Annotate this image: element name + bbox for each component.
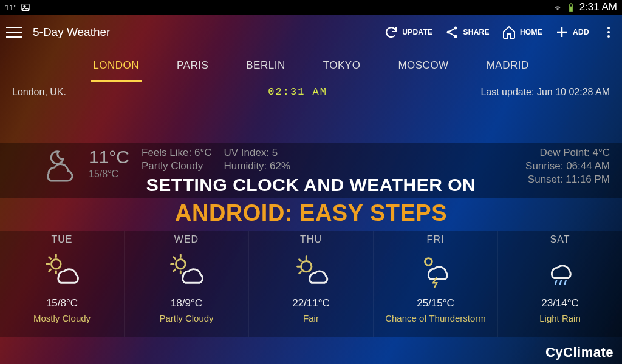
forecast-day[interactable]: THU22/11°CFair — [248, 231, 373, 337]
forecast-temp: 25/15°C — [417, 297, 454, 309]
svg-point-14 — [176, 260, 186, 269]
forecast-temp: 22/11°C — [292, 297, 330, 309]
menu-icon[interactable] — [6, 27, 22, 38]
location-label: London, UK. — [12, 87, 66, 98]
dew-point: Dew Point: 4°C — [525, 147, 610, 159]
svg-line-23 — [299, 260, 301, 261]
tab-madrid[interactable]: MADRID — [484, 59, 531, 82]
forecast-condition: Fair — [301, 313, 321, 323]
forecast-day[interactable]: WED18/9°CPartly Cloudy — [124, 231, 248, 337]
storm-icon — [417, 249, 454, 291]
share-button[interactable]: SHARE — [445, 25, 490, 39]
forecast-day[interactable]: SAT23/14°CLight Rain — [497, 231, 622, 337]
forecast-temp: 18/9°C — [171, 297, 202, 309]
forecast-day-label: SAT — [550, 234, 570, 245]
forecast-day-label: FRI — [427, 234, 445, 245]
humidity: Humidity: 62% — [224, 160, 291, 172]
headline-line2: ANDROID: EASY STEPS — [0, 200, 622, 226]
svg-line-24 — [299, 272, 301, 274]
refresh-icon — [384, 25, 398, 39]
image-icon — [21, 2, 30, 12]
plus-icon — [555, 25, 569, 39]
tab-berlin[interactable]: BERLIN — [244, 59, 287, 82]
status-time: 2:31 AM — [579, 1, 617, 13]
battery-icon — [566, 2, 576, 12]
forecast-day[interactable]: TUE15/8°CMostly Cloudy — [0, 231, 124, 337]
svg-line-13 — [49, 269, 51, 271]
svg-line-18 — [174, 257, 176, 259]
headline-overlay: SETTING CLOCK AND WEATHER ON ANDROID: EA… — [0, 175, 622, 226]
sunrise: Sunrise: 06:44 AM — [525, 160, 610, 172]
tab-moscow[interactable]: MOSCOW — [395, 59, 451, 82]
tab-london[interactable]: LONDON — [91, 59, 142, 82]
home-icon — [502, 25, 516, 39]
svg-point-1 — [24, 6, 25, 7]
svg-rect-4 — [570, 7, 572, 11]
overflow-menu-button[interactable] — [601, 25, 616, 39]
digital-clock: 02:31 AM — [268, 86, 327, 98]
rain-icon — [541, 249, 579, 291]
partly-icon — [168, 249, 205, 291]
brand-watermark: CyClimate — [545, 345, 613, 360]
update-button[interactable]: UPDATE — [384, 25, 432, 39]
fair-icon — [292, 249, 330, 291]
status-temp: 11° — [5, 3, 17, 12]
svg-point-8 — [52, 260, 61, 269]
svg-line-27 — [560, 280, 561, 284]
svg-line-12 — [49, 257, 51, 259]
add-button[interactable]: ADD — [555, 25, 589, 39]
forecast-day-label: WED — [174, 234, 199, 245]
partly-icon — [43, 249, 81, 291]
forecast-day[interactable]: FRI25/15°CChance of Thunderstorm — [373, 231, 497, 337]
condition-text: Partly Cloudy — [142, 160, 211, 172]
app-bar: 5-Day Weather UPDATE SHARE HOME ADD — [0, 15, 622, 50]
feels-like: Feels Like: 6°C — [142, 147, 211, 159]
forecast-condition: Partly Cloudy — [157, 313, 216, 323]
headline-line1: SETTING CLOCK AND WEATHER ON — [0, 175, 622, 195]
forecast-condition: Chance of Thunderstorm — [383, 313, 488, 323]
current-temp: 11°C — [89, 147, 129, 167]
forecast-condition: Mostly Cloudy — [31, 313, 93, 323]
forecast-row: TUE15/8°CMostly CloudyWED18/9°CPartly Cl… — [0, 231, 622, 337]
forecast-temp: 23/14°C — [541, 297, 579, 309]
svg-line-26 — [555, 280, 556, 284]
status-bar: 11° 2:31 AM — [0, 0, 622, 15]
info-row: London, UK. 02:31 AM Last update: Jun 10… — [0, 86, 622, 98]
share-icon — [445, 25, 459, 39]
forecast-temp: 15/8°C — [46, 297, 78, 309]
home-button[interactable]: HOME — [502, 25, 542, 39]
svg-line-28 — [565, 280, 566, 284]
tab-paris[interactable]: PARIS — [174, 59, 211, 82]
city-tabs: LONDONPARISBERLINTOKYOMOSCOWMADRID — [0, 59, 622, 82]
svg-line-19 — [174, 269, 176, 271]
svg-point-20 — [301, 261, 312, 271]
wifi-icon — [553, 2, 562, 12]
tab-tokyo[interactable]: TOKYO — [321, 59, 363, 82]
forecast-day-label: THU — [300, 234, 322, 245]
forecast-day-label: TUE — [52, 234, 73, 245]
last-update-label: Last update: Jun 10 02:28 AM — [480, 87, 610, 98]
forecast-condition: Light Rain — [537, 313, 583, 323]
svg-point-25 — [425, 258, 432, 266]
app-title: 5-Day Weather — [33, 25, 110, 39]
svg-rect-3 — [570, 3, 572, 4]
uv-index: UV Index: 5 — [224, 147, 291, 159]
